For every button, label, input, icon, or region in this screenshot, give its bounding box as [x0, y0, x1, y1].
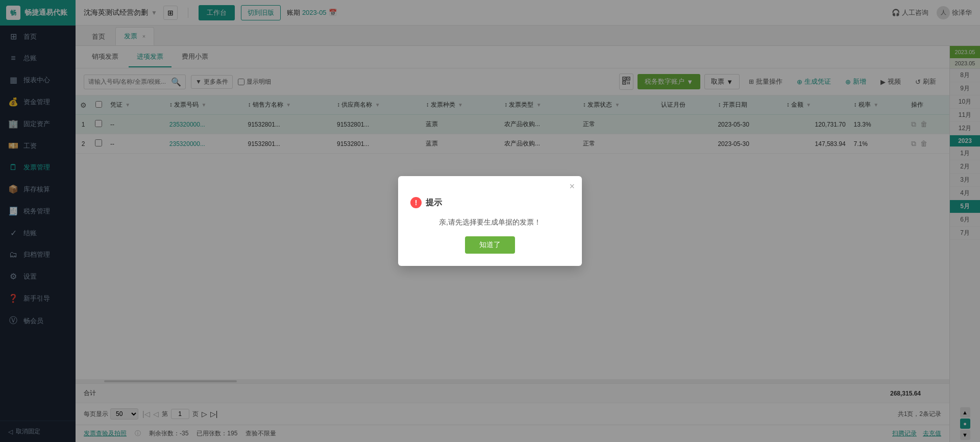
- modal-title: 提示: [426, 198, 442, 208]
- modal-message: 亲,请先选择要生成单据的发票！: [439, 216, 541, 228]
- modal-body: ! 提示 亲,请先选择要生成单据的发票！ 知道了: [398, 192, 582, 265]
- modal-overlay[interactable]: × ! 提示 亲,请先选择要生成单据的发票！ 知道了: [0, 0, 980, 442]
- modal-confirm-button[interactable]: 知道了: [465, 236, 515, 254]
- modal-close-row: ×: [398, 176, 582, 192]
- modal-title-row: ! 提示: [410, 197, 442, 208]
- modal-dialog: × ! 提示 亲,请先选择要生成单据的发票！ 知道了: [398, 176, 582, 265]
- warning-icon: !: [410, 197, 422, 208]
- modal-close-button[interactable]: ×: [569, 181, 575, 192]
